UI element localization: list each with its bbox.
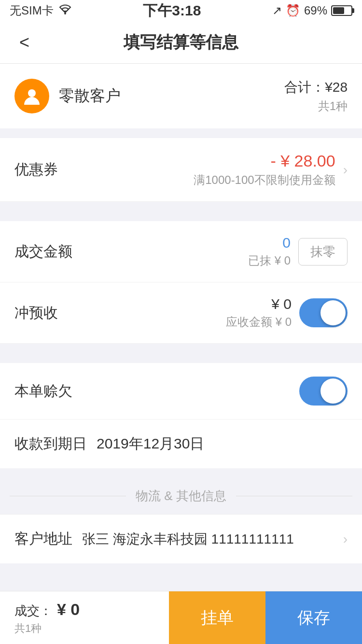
battery-text: 69% (304, 4, 327, 17)
alarm-icon: ⏰ (286, 4, 300, 17)
coupon-value: - ¥ 28.00 (194, 152, 335, 170)
wifi-icon (58, 4, 72, 17)
customer-count: 共1种 (284, 98, 348, 114)
avatar (14, 79, 49, 113)
due-date-value: 2019年12月30日 (97, 434, 204, 454)
address-chevron: › (343, 532, 348, 547)
deal-amount-label: 成交金额 (14, 242, 72, 262)
coupon-label: 优惠券 (14, 160, 58, 180)
deal-amount-values: 0 已抹 ¥ 0 (248, 235, 291, 268)
prepayment-right: ¥ 0 应收金额 ¥ 0 (226, 296, 348, 330)
coupon-values: - ¥ 28.00 满1000-100不限制使用金额 (194, 152, 335, 188)
address-label: 客户地址 (14, 529, 72, 549)
prepayment-sub: 应收金额 ¥ 0 (226, 314, 292, 330)
coupon-chevron: › (343, 162, 348, 178)
hold-button[interactable]: 挂单 (169, 591, 265, 644)
customer-total: 合计：¥28 (284, 78, 348, 97)
prepayment-toggle[interactable] (299, 298, 348, 327)
bottom-deal-label: 成交： (14, 602, 52, 619)
battery-icon (331, 5, 352, 16)
customer-left: 零散客户 (14, 79, 121, 113)
customer-row: 零散客户 合计：¥28 共1种 (0, 64, 362, 128)
prepayment-value: ¥ 0 (226, 296, 292, 312)
logistics-label: 物流 & 其他信息 (136, 488, 226, 504)
location-icon: ↗ (272, 4, 282, 17)
divider-2 (0, 353, 362, 363)
bottom-info: 成交： ¥ 0 共1种 (0, 600, 169, 636)
status-left: 无SIM卡 (10, 3, 72, 18)
round-zero-button[interactable]: 抹零 (298, 238, 348, 266)
status-right: ↗ ⏰ 69% (272, 4, 352, 17)
back-button[interactable]: < (14, 28, 34, 57)
credit-section: 本单赊欠 收款到期日 2019年12月30日 (0, 363, 362, 468)
deal-amount-sub: 已抹 ¥ 0 (248, 253, 291, 268)
status-time: 下午3:18 (143, 1, 201, 21)
svg-point-0 (64, 13, 66, 14)
deal-amount-value: 0 (248, 235, 291, 251)
bottom-deal-info: 成交： ¥ 0 (14, 600, 154, 619)
prepayment-row: 冲预收 ¥ 0 应收金额 ¥ 0 (0, 282, 362, 344)
customer-summary: 合计：¥28 共1种 (284, 78, 348, 114)
svg-point-1 (28, 89, 36, 97)
content: 零散客户 合计：¥28 共1种 优惠券 - ¥ 28.00 满1000-100不… (0, 64, 362, 621)
credit-label: 本单赊欠 (14, 381, 72, 401)
coupon-right: - ¥ 28.00 满1000-100不限制使用金额 › (194, 152, 348, 188)
address-row[interactable]: 客户地址 张三 海淀永丰科技园 11111111111 › (0, 514, 362, 563)
address-value: 张三 海淀永丰科技园 11111111111 (82, 530, 343, 548)
deal-section: 成交金额 0 已抹 ¥ 0 抹零 冲预收 ¥ 0 应收金额 ¥ 0 (0, 221, 362, 344)
prepayment-values: ¥ 0 应收金额 ¥ 0 (226, 296, 292, 330)
credit-toggle-knob (320, 378, 346, 404)
customer-name: 零散客户 (59, 85, 121, 107)
sep-line-right (236, 496, 352, 496)
page-title: 填写结算等信息 (124, 31, 238, 54)
sep-line-left (10, 496, 126, 496)
due-date-row: 收款到期日 2019年12月30日 (0, 420, 362, 468)
credit-row: 本单赊欠 (0, 363, 362, 420)
bottom-deal-count: 共1种 (14, 621, 154, 636)
bottom-bar: 成交： ¥ 0 共1种 挂单 保存 (0, 591, 362, 644)
status-bar: 无SIM卡 下午3:18 ↗ ⏰ 69% (0, 0, 362, 21)
prepayment-label: 冲预收 (14, 303, 58, 323)
due-date-label: 收款到期日 (14, 434, 87, 454)
coupon-sub: 满1000-100不限制使用金额 (194, 172, 335, 188)
deal-amount-right: 0 已抹 ¥ 0 抹零 (248, 235, 348, 268)
deal-amount-row: 成交金额 0 已抹 ¥ 0 抹零 (0, 221, 362, 282)
divider-1 (0, 211, 362, 221)
toggle-knob (320, 300, 346, 325)
coupon-row[interactable]: 优惠券 - ¥ 28.00 满1000-100不限制使用金额 › (0, 138, 362, 202)
save-button[interactable]: 保存 (265, 591, 362, 644)
coupon-section: 优惠券 - ¥ 28.00 满1000-100不限制使用金额 › (0, 138, 362, 202)
logistics-separator: 物流 & 其他信息 (0, 478, 362, 514)
credit-toggle[interactable] (299, 377, 348, 406)
credit-right (299, 377, 348, 406)
nav-bar: < 填写结算等信息 (0, 21, 362, 64)
bottom-deal-value: ¥ 0 (57, 600, 80, 619)
carrier-text: 无SIM卡 (10, 3, 54, 18)
